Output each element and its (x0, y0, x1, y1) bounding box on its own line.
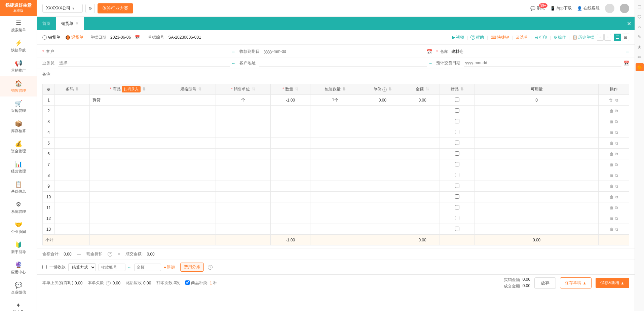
gift-checkbox[interactable] (455, 151, 459, 156)
right-btn-7[interactable]: 🔶 (636, 63, 644, 71)
sidebar-item-search[interactable]: ☰ 搜索菜单 (0, 16, 37, 36)
gift-checkbox[interactable] (455, 216, 459, 220)
delete-row-icon[interactable]: 🗑 (610, 195, 614, 199)
period-owe-info-icon[interactable]: ? (106, 281, 111, 285)
sort-spec-icon[interactable]: ⇅ (198, 87, 201, 91)
copy-row-icon[interactable]: ⧉ (615, 195, 618, 199)
copy-row-icon[interactable]: ⧉ (615, 152, 618, 156)
sort-unit-icon[interactable]: ⇅ (252, 87, 255, 91)
calendar-icon[interactable]: 📅 (135, 35, 140, 40)
save-new-button[interactable]: 保存&新增 ▲ (596, 278, 629, 288)
sidebar-item-sales[interactable]: 🏠 销售管理 (0, 76, 37, 96)
view-list-btn[interactable]: ☰ (614, 34, 621, 41)
copy-row-icon[interactable]: ⧉ (615, 119, 618, 124)
sidebar-item-guide[interactable]: 🔰 新手引导 (0, 238, 37, 258)
sidebar-item-operations[interactable]: 📊 经营管理 (0, 157, 37, 177)
checkbox-product-type[interactable] (185, 280, 190, 286)
gift-checkbox[interactable] (455, 162, 459, 166)
copy-row-icon[interactable]: ⧉ (615, 109, 618, 113)
one-click-checkbox[interactable] (42, 265, 47, 269)
message-btn[interactable]: 💬 消息 99+ (530, 5, 545, 11)
gift-checkbox[interactable] (455, 205, 459, 209)
return-order-radio[interactable]: 退货单 (66, 35, 83, 40)
right-btn-2[interactable]: 🛡 (636, 13, 644, 21)
gift-checkbox[interactable] (455, 194, 459, 199)
warehouse-dots-btn[interactable]: ··· (626, 49, 629, 54)
tab-bar-close-btn[interactable]: ✕ (627, 21, 631, 27)
gift-checkbox[interactable] (455, 141, 459, 145)
row-price[interactable]: 0.00 (360, 95, 405, 106)
sort-qty-icon[interactable]: ⇅ (295, 87, 298, 91)
sidebar-item-enterprise[interactable]: 🤝 企业协同 (0, 218, 37, 238)
th-settings[interactable]: ⚙ (43, 84, 55, 95)
sidebar-item-appstore[interactable]: 🔮 应用中心 (0, 258, 37, 278)
sales-order-radio[interactable]: 销货单 (42, 35, 60, 40)
expected-date-calendar-icon[interactable]: 📅 (623, 61, 629, 66)
right-btn-4[interactable]: ✎ (636, 33, 644, 41)
gift-checkbox[interactable] (455, 108, 459, 113)
save-draft-button[interactable]: 保存草稿 ▲ (560, 277, 592, 288)
delete-row-icon[interactable]: 🗑 (610, 130, 614, 135)
customer-dots-btn[interactable]: ··· (232, 49, 235, 54)
discount-info-icon[interactable]: ? (108, 252, 112, 257)
sidebar-item-wechat[interactable]: 💬 企业微信 (0, 278, 37, 298)
delete-row-icon[interactable]: 🗑 (610, 141, 614, 146)
expense-btn[interactable]: 费用分摊 (180, 263, 204, 272)
price-info-icon[interactable]: i (382, 87, 387, 92)
user-avatar2[interactable] (620, 4, 629, 13)
delete-row-icon[interactable]: 🗑 (610, 205, 614, 210)
copy-row-icon[interactable]: ⧉ (615, 98, 618, 103)
due-date-calendar-icon[interactable]: 📅 (426, 49, 432, 54)
delete-row-icon[interactable]: 🗑 (609, 98, 613, 103)
trial-button[interactable]: 体验行业方案 (98, 3, 133, 13)
copy-row-icon[interactable]: ⧉ (615, 173, 618, 178)
row-qty[interactable]: -1.00 (270, 95, 310, 106)
delete-row-icon[interactable]: 🗑 (610, 184, 614, 189)
print-action[interactable]: 🖨 打印 (534, 35, 547, 40)
abandon-button[interactable]: 放弃 (534, 277, 556, 289)
operations-action[interactable]: ⚙ 操作 (554, 35, 566, 40)
sales-radio-input[interactable] (42, 35, 47, 40)
copy-row-icon[interactable]: ⧉ (615, 130, 618, 135)
expense-info-icon[interactable]: ? (208, 265, 213, 270)
account-input[interactable] (99, 264, 125, 271)
sort-barcode-icon[interactable]: ⇅ (75, 87, 79, 91)
customer-addr-dots-btn[interactable]: ··· (429, 61, 432, 66)
sidebar-item-marketing[interactable]: 📢 营销推广 (0, 56, 37, 76)
sidebar-item-purchase[interactable]: 🛒 采购管理 (0, 96, 37, 117)
user-avatar[interactable] (605, 4, 614, 13)
copy-row-icon[interactable]: ⧉ (615, 205, 618, 210)
sidebar-item-basic[interactable]: 📋 基础信息 (0, 177, 37, 197)
sidebar-item-vip[interactable]: ♦ 畅会员 (0, 298, 37, 311)
sidebar-item-inventory[interactable]: 📦 库存核算 (0, 117, 37, 137)
expected-date-input[interactable] (464, 60, 621, 67)
salesperson-dots-btn[interactable]: ··· (232, 61, 235, 66)
video-action[interactable]: ▶ 视频 (452, 35, 464, 40)
nav-prev[interactable]: ‹ (597, 34, 604, 41)
history-action[interactable]: 📋 历史单据 (572, 35, 594, 40)
sidebar-item-shortcut[interactable]: ⚡ 快捷导航 (0, 36, 37, 56)
delete-row-icon[interactable]: 🗑 (610, 152, 614, 156)
copy-row-icon[interactable]: ⧉ (615, 162, 618, 167)
company-selector[interactable]: XXXXXX公司 ▾ (42, 4, 83, 13)
online-support-btn[interactable]: 👤 在线客服 (577, 5, 600, 11)
sort-product-icon[interactable]: ⇅ (142, 87, 146, 91)
tab-home[interactable]: 首页 (37, 17, 56, 30)
copy-row-icon[interactable]: ⧉ (615, 184, 618, 189)
sidebar-item-system[interactable]: ⚙ 系统管理 (0, 197, 37, 218)
customer-addr-input[interactable] (259, 60, 427, 67)
sort-amount-icon[interactable]: ⇅ (426, 87, 429, 91)
sort-price-icon[interactable]: ⇅ (388, 87, 392, 91)
row-gift[interactable] (440, 95, 475, 106)
sidebar-item-finance[interactable]: 💰 资金管理 (0, 137, 37, 157)
scan-btn[interactable]: 扫码录入 (122, 86, 141, 92)
tab-sales-order[interactable]: 销货单 ✕ (56, 17, 84, 30)
copy-row-icon[interactable]: ⧉ (615, 227, 618, 232)
right-btn-3[interactable]: ○ (636, 23, 644, 31)
gift-checkbox[interactable] (455, 98, 459, 102)
amount-input[interactable] (134, 264, 161, 271)
right-btn-5[interactable]: ★ (636, 43, 644, 51)
view-grid-btn[interactable]: ⊞ (622, 34, 629, 41)
delete-row-icon[interactable]: 🗑 (610, 227, 614, 232)
copy-row-icon[interactable]: ⧉ (615, 141, 618, 146)
